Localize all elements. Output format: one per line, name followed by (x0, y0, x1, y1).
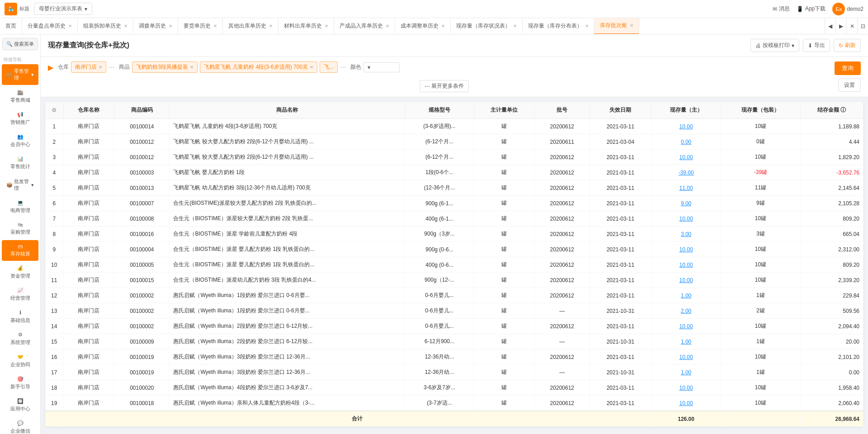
app-download-action[interactable]: 📱 App下载 (797, 5, 826, 13)
table-row: 13 南岸门店 00100002 惠氏启赋（Wyeth illuma）1段奶粉 … (45, 303, 863, 319)
warehouse-more[interactable]: ··· (108, 63, 114, 71)
cell-qty[interactable]: 2.00 (651, 303, 721, 319)
cell-qty[interactable]: 11.00 (651, 180, 721, 196)
warehouse-tag-close[interactable]: ✕ (99, 65, 102, 70)
cell-amount: 1,189.88 (800, 119, 863, 134)
tab-close-10[interactable]: ✕ (585, 24, 589, 28)
cell-qty[interactable]: -39.00 (651, 165, 721, 180)
stats-icon: 📊 (17, 156, 24, 162)
sidebar-item-finance[interactable]: 💰 资金管理 (2, 262, 38, 283)
col-settings[interactable]: ⚙ (45, 102, 63, 119)
tab-5[interactable]: 其他出库单历史 ✕ (223, 18, 278, 34)
cell-spec: 12-36月幼... (405, 365, 474, 380)
tab-close-1[interactable]: ✕ (68, 24, 72, 28)
cell-qty[interactable]: 9.00 (651, 196, 721, 211)
settings-button[interactable]: 设置 (838, 79, 861, 92)
tab-close-all[interactable]: ✕ (846, 18, 857, 34)
refresh-button[interactable]: ↻ 刷新 (834, 39, 861, 52)
cell-qty[interactable]: 10.00 (651, 242, 721, 257)
cell-warehouse: 南岸门店 (63, 303, 114, 319)
tab-9[interactable]: 现存量（库存状况表） ✕ (451, 18, 523, 34)
table-row: 5 南岸门店 00100013 飞鹤星飞帆 幼儿配方奶粉 3段(12-36个月幼… (45, 180, 863, 196)
sidebar-item-retail-mgmt[interactable]: 🛒 零售管理 ▾ (2, 64, 38, 85)
cell-qty[interactable]: 10.00 (651, 349, 721, 365)
col-warehouse: 仓库名称 (63, 102, 114, 119)
product-tag-1[interactable]: 飞鹤星飞帆 儿童奶粉 4段(3-6岁适用) 700克 ✕ (200, 61, 317, 73)
tab-close-7[interactable]: ✕ (386, 24, 389, 28)
cell-qty[interactable]: 10.00 (651, 273, 721, 288)
tab-close-4[interactable]: ✕ (213, 24, 217, 28)
sidebar-item-wechat[interactable]: 💬 企业微信 (2, 417, 38, 434)
sidebar-item-app-center[interactable]: 🔲 应用中心 (2, 395, 38, 416)
cell-qty[interactable]: 10.00 (651, 119, 721, 134)
sidebar-item-basic-info[interactable]: ℹ 基础信息 (2, 306, 38, 327)
export-button[interactable]: ⬇ 导出 (803, 39, 830, 52)
table-row: 6 南岸门店 00100007 合生元(BIOSTIME)派星较大婴儿配方奶粉 … (45, 196, 863, 211)
user-profile[interactable]: Ea demo2 (832, 3, 863, 15)
cell-qty[interactable]: 10.00 (651, 150, 721, 165)
tab-3[interactable]: 调拨单历史 ✕ (133, 18, 178, 34)
cell-qty[interactable]: 10.00 (651, 380, 721, 396)
cell-qty[interactable]: 10.00 (651, 396, 721, 411)
cell-qty[interactable]: 1.00 (651, 365, 721, 380)
tab-close-8[interactable]: ✕ (441, 24, 445, 28)
cell-qty[interactable]: 10.00 (651, 211, 721, 226)
tab-4[interactable]: 要货单历史 ✕ (178, 18, 223, 34)
sidebar-item-inventory[interactable]: 🗃 库存核算 (2, 240, 38, 261)
tab-home[interactable]: 首页 (0, 18, 22, 34)
sidebar-item-ecommerce[interactable]: 💻 电商管理 (2, 196, 38, 217)
cell-qty[interactable]: 1.00 (651, 334, 721, 349)
cell-qty[interactable]: 10.00 (651, 257, 721, 273)
cell-warehouse: 南岸门店 (63, 165, 114, 180)
tab-close-5[interactable]: ✕ (269, 24, 273, 28)
tab-11[interactable]: 库存批次账 ✕ (594, 18, 639, 34)
expand-conditions-button[interactable]: ⋯ 展开更多条件 (420, 80, 469, 92)
tab-expand-icon[interactable]: ⊡ (857, 18, 868, 34)
tab-next-arrow[interactable]: ▶ (835, 18, 846, 34)
tab-6[interactable]: 材料出库单历史 ✕ (278, 18, 334, 34)
product-tag-0[interactable]: 飞鹤奶粉3段凤播提装 ✕ (132, 61, 198, 73)
cell-amount: 1,958.40 (800, 380, 863, 396)
search-button[interactable]: 🔍 搜索英单 (2, 38, 38, 50)
message-action[interactable]: ✉ 消息 (773, 5, 790, 13)
product-tag-0-close[interactable]: ✕ (190, 65, 193, 70)
tab-close-6[interactable]: ✕ (325, 24, 328, 28)
tab-nav-arrows: ◀ ▶ ✕ ⊡ (825, 18, 868, 34)
tab-2[interactable]: 组装拆卸单历史 ✕ (78, 18, 133, 34)
cell-no: 13 (45, 303, 63, 319)
tab-7[interactable]: 产成品入库单历史 ✕ (334, 18, 395, 34)
warehouse-tag[interactable]: 南岸门店 ✕ (71, 61, 106, 73)
sidebar-item-retail-shop[interactable]: 🏬 零售商城 (2, 86, 38, 107)
expand-arrow-icon[interactable]: ▶ (48, 61, 53, 72)
product-tag-2[interactable]: 飞... (320, 61, 338, 73)
sidebar-item-system[interactable]: ⚙ 系统管理 (2, 328, 38, 349)
sidebar-item-marketing[interactable]: 📢 营销推广 (2, 108, 38, 129)
cell-qty[interactable]: 0.00 (651, 134, 721, 150)
tab-prev-arrow[interactable]: ◀ (825, 18, 835, 34)
query-button[interactable]: 查询 (835, 61, 861, 75)
cell-qty[interactable]: 1.00 (651, 288, 721, 303)
color-dropdown[interactable]: ▾ (363, 62, 400, 72)
tab-close-11[interactable]: ✕ (630, 23, 633, 28)
tab-close-2[interactable]: ✕ (124, 24, 127, 28)
sidebar-item-retail-stats[interactable]: 📊 零售统计 (2, 152, 38, 174)
tab-close-3[interactable]: ✕ (169, 24, 172, 28)
tab-1[interactable]: 分量盘点单历史 ✕ (22, 18, 78, 34)
sidebar-item-enterprise-collab[interactable]: 🤝 企业协同 (2, 350, 38, 372)
tab-10[interactable]: 现存量（库存分布表） ✕ (523, 18, 594, 34)
sidebar-item-member[interactable]: 👥 会员中心 (2, 130, 38, 151)
tab-8[interactable]: 成本调整单历史 ✕ (395, 18, 451, 34)
cell-qty[interactable]: 3.00 (651, 226, 721, 242)
tab-close-9[interactable]: ✕ (513, 24, 517, 28)
product-tag-1-close[interactable]: ✕ (310, 65, 313, 70)
cell-batch: 20200612 (534, 180, 590, 196)
product-more[interactable]: ··· (340, 63, 346, 71)
sidebar-item-operations[interactable]: 📈 经营管理 (2, 284, 38, 305)
top-bar-right: ✉ 消息 📱 App下载 Ea demo2 (773, 3, 863, 15)
print-button[interactable]: 🖨 按模板打印 ▾ (750, 39, 799, 52)
cell-qty[interactable]: 10.00 (651, 319, 721, 334)
sidebar-item-guide[interactable]: 🎯 新手引导 (2, 373, 38, 394)
warehouse-selector[interactable]: 母婴行业演示库表 ▾ (34, 3, 92, 15)
sidebar-item-purchase[interactable]: 🛍 采购管理 (2, 218, 38, 239)
sidebar-item-wholesale[interactable]: 📦 批发管理 ▾ (2, 175, 38, 195)
